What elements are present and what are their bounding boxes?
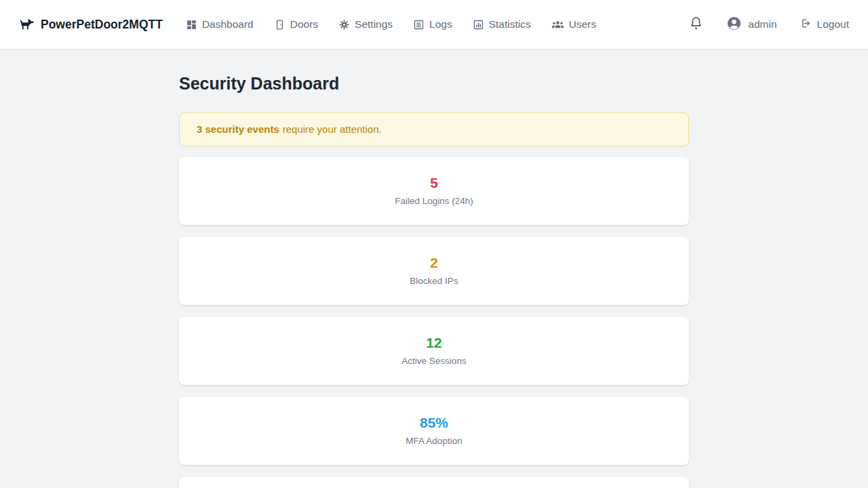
stat-label: Blocked IPs [410,276,458,286]
stat-cards: 5 Failed Logins (24h) 2 Blocked IPs 12 A… [179,157,689,488]
security-alert: 3 security eventsrequire your attention. [179,113,689,146]
nav-item-statistics[interactable]: Statistics [473,18,531,30]
alert-message: require your attention. [283,123,382,135]
bell-icon [689,16,703,33]
nav-item-settings[interactable]: Settings [338,18,393,30]
user-menu[interactable]: admin [726,16,776,34]
stat-label: MFA Adoption [406,436,462,446]
nav-label: Dashboard [202,18,254,30]
main-nav: Dashboard Doors [186,18,596,30]
nav-label: Doors [290,18,318,30]
stat-label: Active Sessions [401,356,466,366]
dashboard-icon [186,19,197,30]
nav-item-logs[interactable]: Logs [413,18,452,30]
dog-icon [19,18,34,30]
stat-card-partial [179,477,689,488]
stat-value: 12 [426,336,441,350]
main-content: Security Dashboard 3 security eventsrequ… [179,74,689,488]
nav-item-dashboard[interactable]: Dashboard [186,18,254,30]
top-navbar: PowerPetDoor2MQTT Dashboard Doors [0,0,868,49]
alert-highlight: 3 security events [197,123,279,135]
brand[interactable]: PowerPetDoor2MQTT [19,18,163,32]
gear-icon [338,19,350,30]
avatar-icon [726,16,742,34]
stat-card-blocked-ips: 2 Blocked IPs [179,237,689,305]
notifications-button[interactable] [689,16,703,33]
stat-card-mfa-adoption: 85% MFA Adoption [179,397,689,465]
stat-label: Failed Logins (24h) [395,196,473,206]
nav-label: Statistics [489,18,531,30]
stat-card-active-sessions: 12 Active Sessions [179,317,689,385]
logout-label: Logout [817,18,849,30]
stat-value: 2 [430,256,438,270]
door-icon [274,19,285,30]
nav-item-doors[interactable]: Doors [274,18,318,30]
brand-name: PowerPetDoor2MQTT [41,18,163,32]
logout-icon [800,18,812,32]
username: admin [748,18,776,30]
nav-label: Settings [355,18,393,30]
nav-label: Logs [429,18,452,30]
stat-card-failed-logins: 5 Failed Logins (24h) [179,157,689,225]
logs-icon [413,19,425,30]
nav-item-users[interactable]: Users [551,18,596,30]
statistics-icon [473,19,484,30]
users-icon [551,19,564,30]
nav-label: Users [569,18,596,30]
page-title: Security Dashboard [179,74,689,94]
stat-value: 5 [430,176,438,190]
header-actions: admin Logout [689,16,849,34]
stat-value: 85% [420,415,448,430]
logout-button[interactable]: Logout [800,18,849,32]
